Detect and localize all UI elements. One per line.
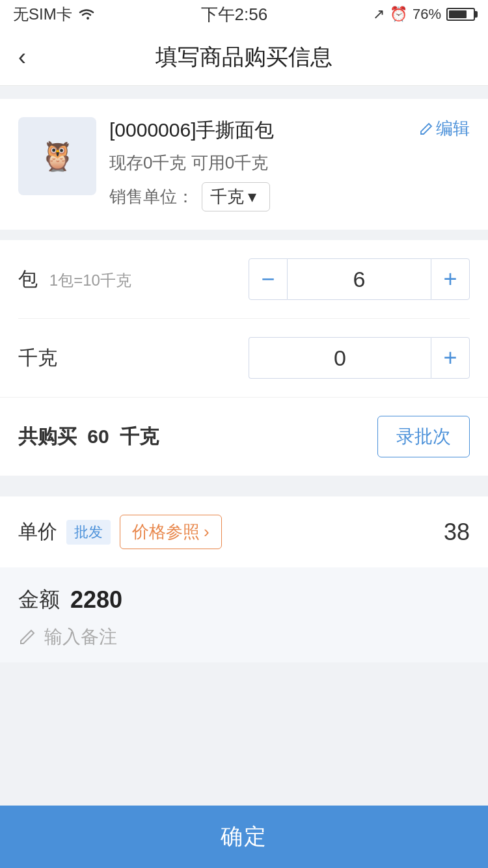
amount-label: 金额 <box>18 586 60 614</box>
quantity-section: 包 1包=10千克 − + 千克 + <box>0 240 488 397</box>
price-section: 单价 批发 价格参照 › 38 <box>0 496 488 567</box>
product-info: [0000006]手撕面包 编辑 现存0千克 可用0千克 销售单位： 千克 ▾ <box>109 117 470 211</box>
bag-increment-button[interactable]: + <box>431 258 470 300</box>
status-time: 下午2:56 <box>201 3 268 26</box>
battery-text: 76% <box>413 6 441 23</box>
unit-select[interactable]: 千克 ▾ <box>202 182 270 211</box>
kg-quantity-controls: + <box>249 337 470 379</box>
product-image-placeholder: 🦉 <box>40 139 75 173</box>
price-value: 38 <box>444 519 470 546</box>
total-section: 共购买 60 千克 录批次 <box>0 397 488 476</box>
wifi-icon <box>77 8 96 21</box>
nav-bar: ‹ 填写商品购买信息 <box>0 29 488 86</box>
status-right: ↗ ⏰ 76% <box>373 6 475 23</box>
price-label: 单价 <box>18 519 57 545</box>
note-input-placeholder[interactable]: 输入备注 <box>44 625 117 649</box>
kg-quantity-row: 千克 + <box>18 319 470 397</box>
product-name: [0000006]手撕面包 <box>109 117 274 144</box>
batch-tag: 批发 <box>66 520 111 545</box>
price-ref-button[interactable]: 价格参照 › <box>120 515 222 549</box>
location-icon: ↗ <box>373 6 385 23</box>
bag-sub-label: 1包=10千克 <box>49 271 131 289</box>
status-bar: 无SIM卡 下午2:56 ↗ ⏰ 76% <box>0 0 488 29</box>
amount-section: 金额 2280 输入备注 <box>0 567 488 662</box>
price-ref-arrow-icon: › <box>204 522 210 542</box>
alarm-icon: ⏰ <box>390 6 407 23</box>
chevron-down-icon: ▾ <box>248 187 256 207</box>
total-text: 共购买 60 千克 <box>18 424 159 450</box>
edit-icon <box>419 122 433 136</box>
back-button[interactable]: ‹ <box>18 44 26 71</box>
bottom-spacer <box>0 662 488 740</box>
kg-label: 千克 <box>18 345 57 372</box>
status-left: 无SIM卡 <box>13 4 96 25</box>
batch-button[interactable]: 录批次 <box>377 416 470 457</box>
page-title: 填写商品购买信息 <box>156 42 332 72</box>
bag-quantity-controls: − + <box>249 258 470 300</box>
confirm-button[interactable]: 确定 <box>0 806 488 868</box>
amount-row: 金额 2280 <box>18 586 470 614</box>
battery-icon <box>446 8 475 21</box>
kg-increment-button[interactable]: + <box>431 337 470 379</box>
bag-decrement-button[interactable]: − <box>249 258 288 300</box>
amount-value: 2280 <box>70 586 122 614</box>
carrier-text: 无SIM卡 <box>13 4 72 25</box>
bag-label: 包 <box>18 268 38 290</box>
note-row[interactable]: 输入备注 <box>18 625 470 649</box>
kg-quantity-input[interactable] <box>249 337 431 379</box>
unit-label: 销售单位： <box>109 185 194 208</box>
bag-quantity-row: 包 1包=10千克 − + <box>18 240 470 319</box>
bag-quantity-input[interactable] <box>288 258 431 300</box>
bag-label-group: 包 1包=10千克 <box>18 266 131 293</box>
section-divider-2 <box>0 476 488 486</box>
edit-button[interactable]: 编辑 <box>419 117 470 140</box>
product-stock: 现存0千克 可用0千克 <box>109 152 470 174</box>
product-card: 🦉 [0000006]手撕面包 编辑 现存0千克 可用0千克 销售单位： 千克 … <box>0 99 488 230</box>
product-image: 🦉 <box>18 117 96 195</box>
price-left: 单价 批发 价格参照 › <box>18 515 222 549</box>
section-divider-1 <box>0 230 488 240</box>
pencil-icon <box>18 628 36 646</box>
